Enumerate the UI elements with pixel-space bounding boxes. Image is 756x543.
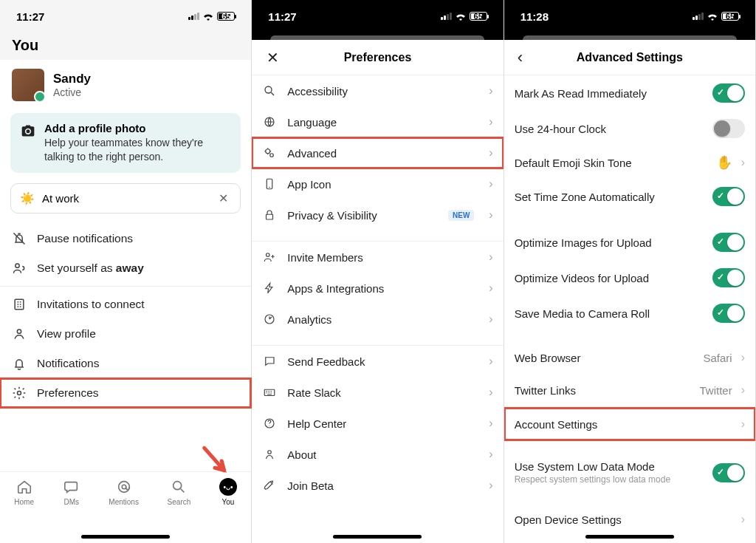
toggle-off[interactable] xyxy=(712,119,745,138)
status-bar: 11:27 65 xyxy=(0,0,251,33)
status-chip[interactable]: ☀️ At work ✕ xyxy=(10,183,241,214)
bell-off-icon xyxy=(12,231,27,246)
tab-search[interactable]: Search xyxy=(168,478,191,529)
svg-point-3 xyxy=(18,391,21,395)
adv-opt-images[interactable]: Optimize Images for Upload xyxy=(504,225,755,260)
pref-language[interactable]: Language › xyxy=(252,106,503,137)
chat-icon xyxy=(262,354,277,369)
adv-24h-clock[interactable]: Use 24-hour Clock xyxy=(504,111,755,146)
camera-icon xyxy=(21,123,35,138)
tab-you[interactable]: •ᴗ• You xyxy=(219,478,237,529)
adv-emoji-tone[interactable]: Default Emoji Skin Tone ✋ › xyxy=(504,146,755,179)
wifi-icon xyxy=(202,12,214,21)
home-indicator xyxy=(585,535,674,539)
status-bar: 11:28 65 xyxy=(504,0,755,33)
person-icon xyxy=(12,261,27,276)
chevron-right-icon: › xyxy=(489,355,492,368)
adv-mark-read[interactable]: Mark As Read Immediately xyxy=(504,75,755,111)
pref-rate[interactable]: Rate Slack › xyxy=(252,377,503,408)
phone-icon xyxy=(262,177,277,191)
adv-save-media[interactable]: Save Media to Camera Roll xyxy=(504,296,755,331)
person-badge-icon xyxy=(262,447,277,462)
adv-opt-videos[interactable]: Optimize Videos for Upload xyxy=(504,260,755,296)
back-icon[interactable]: ‹ xyxy=(513,44,527,72)
svg-point-10 xyxy=(266,149,270,154)
home-indicator xyxy=(81,535,170,539)
pref-help[interactable]: Help Center › xyxy=(252,408,503,439)
tab-home[interactable]: Home xyxy=(14,478,34,529)
pause-notifications-item[interactable]: Pause notifications xyxy=(0,224,251,253)
invitations-item[interactable]: Invitations to connect xyxy=(0,290,251,319)
tab-dms[interactable]: DMs xyxy=(63,478,80,529)
toggle-on[interactable] xyxy=(712,268,745,287)
adv-account-settings[interactable]: Account Settings › xyxy=(504,408,755,440)
notifications-item[interactable]: Notifications xyxy=(0,349,251,378)
toggle-on[interactable] xyxy=(712,233,745,252)
panel-preferences: 11:27 65 ✕ Preferences Accessibility › L… xyxy=(252,0,504,543)
svg-point-2 xyxy=(17,329,21,333)
menu-label: Notifications xyxy=(37,357,99,370)
chevron-right-icon: › xyxy=(741,156,745,169)
pref-about[interactable]: About › xyxy=(252,439,503,470)
panel-you: 11:27 65 You Sandy Active Add a profile … xyxy=(0,0,252,543)
pref-beta[interactable]: Join Beta › xyxy=(252,470,503,501)
chevron-right-icon: › xyxy=(489,448,492,461)
profile-status: Active xyxy=(53,86,91,98)
status-time: 11:28 xyxy=(520,10,549,23)
close-icon[interactable]: ✕ xyxy=(262,44,284,71)
pref-advanced[interactable]: Advanced › xyxy=(252,137,503,168)
add-photo-title: Add a profile photo xyxy=(44,122,230,134)
battery-icon: 65 xyxy=(721,12,739,21)
chevron-right-icon: › xyxy=(489,250,492,264)
status-icons: 65 xyxy=(188,12,235,21)
globe-icon xyxy=(262,115,277,129)
pref-accessibility[interactable]: Accessibility › xyxy=(252,75,503,106)
pref-analytics[interactable]: Analytics › xyxy=(252,304,503,335)
adv-device-settings[interactable]: Open Device Settings › xyxy=(504,503,755,529)
clear-status-icon[interactable]: ✕ xyxy=(216,191,231,205)
wifi-icon xyxy=(455,12,467,21)
wifi-icon xyxy=(707,12,718,21)
preferences-item[interactable]: Preferences xyxy=(0,378,251,408)
new-badge: NEW xyxy=(448,210,474,221)
toggle-on[interactable] xyxy=(712,187,745,206)
status-time: 11:27 xyxy=(268,10,296,23)
svg-rect-14 xyxy=(267,214,273,219)
svg-point-5 xyxy=(118,482,129,493)
menu-label: Pause notifications xyxy=(37,232,133,245)
adv-twitter-links[interactable]: Twitter Links Twitter › xyxy=(504,374,755,406)
hand-emoji-icon: ✋ xyxy=(716,154,732,171)
adv-low-data[interactable]: Use System Low Data Mode Respect system … xyxy=(504,452,755,493)
bell-icon xyxy=(12,356,27,371)
adv-web-browser[interactable]: Web Browser Safari › xyxy=(504,341,755,374)
add-photo-card[interactable]: Add a profile photo Help your teammates … xyxy=(10,113,241,173)
menu-label: Set yourself as away xyxy=(37,262,144,275)
svg-point-8 xyxy=(265,86,272,93)
set-away-item[interactable]: Set yourself as away xyxy=(0,253,251,283)
view-profile-item[interactable]: View profile xyxy=(0,319,251,349)
sun-icon: ☀️ xyxy=(20,191,35,205)
toggle-on[interactable] xyxy=(712,304,745,323)
page-title: You xyxy=(0,33,251,60)
tab-mentions[interactable]: Mentions xyxy=(109,478,139,529)
search-icon xyxy=(170,478,188,496)
add-photo-subtitle: Help your teammates know they're talking… xyxy=(44,136,230,164)
search-icon xyxy=(262,83,277,98)
profile-row[interactable]: Sandy Active xyxy=(0,64,251,109)
adv-timezone[interactable]: Set Time Zone Automatically xyxy=(504,179,755,214)
status-bar: 11:27 65 xyxy=(252,0,503,33)
avatar[interactable] xyxy=(12,69,44,101)
at-icon xyxy=(115,478,133,496)
keyboard-icon xyxy=(262,385,277,400)
pref-feedback[interactable]: Send Feedback › xyxy=(252,346,503,377)
you-screen: You Sandy Active Add a profile photo Hel… xyxy=(0,33,251,543)
toggle-on[interactable] xyxy=(712,463,745,482)
toggle-on[interactable] xyxy=(712,83,745,103)
menu-label: View profile xyxy=(37,327,96,341)
pref-privacy[interactable]: Privacy & Visibility NEW › xyxy=(252,199,503,230)
pref-invite[interactable]: Invite Members › xyxy=(252,242,503,273)
sheet-header: ✕ Preferences xyxy=(252,40,503,75)
pref-app-icon[interactable]: App Icon › xyxy=(252,168,503,199)
pref-apps[interactable]: Apps & Integrations › xyxy=(252,273,503,304)
chevron-right-icon: › xyxy=(489,281,492,295)
